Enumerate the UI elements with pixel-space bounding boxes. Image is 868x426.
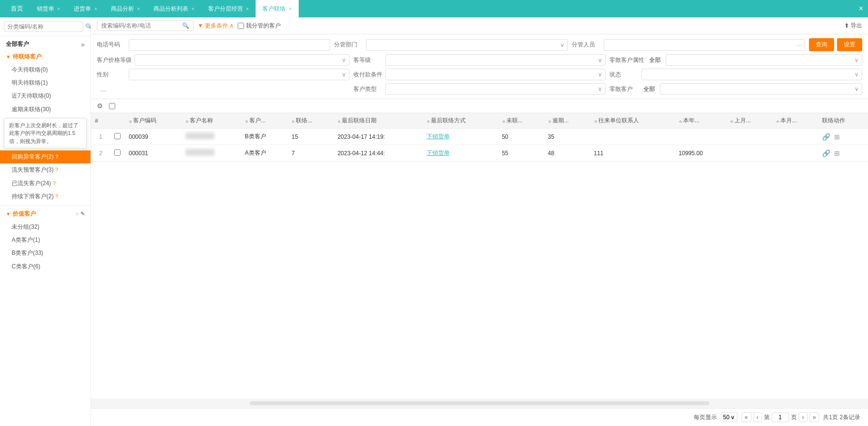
close-purchase-icon[interactable]: × [94, 6, 97, 12]
chevron-down-icon-6: ∨ [342, 71, 346, 78]
row-2-method-link[interactable]: 下销货单 [426, 149, 450, 156]
sort-type[interactable]: ⬦ 客户... [245, 117, 266, 125]
close-product-analysis-icon[interactable]: × [137, 6, 140, 12]
nav-sales[interactable]: 销货单 × [30, 0, 67, 17]
content-area: 🔍 ▼ 更多条件 ∧ 我分管的客户 ⬆ 导出 电话号码 [91, 17, 868, 426]
row-2-more-icon[interactable]: ⊞ [834, 149, 840, 157]
row-2-checkbox-cell [110, 145, 125, 162]
close-product-list-icon[interactable]: × [191, 6, 194, 12]
prev-page-button[interactable]: ‹ [753, 412, 762, 422]
nav-customer-contact[interactable]: 客户联络 × [256, 0, 298, 17]
settings-button[interactable]: 设置 [837, 38, 862, 51]
sort-code[interactable]: ⬦ 客户编码 [129, 117, 156, 125]
sort-name[interactable]: ⬦ 客户名称 [185, 117, 213, 125]
sidebar-group-value[interactable]: ▼ 价值客户 ○ ✎ [0, 207, 91, 220]
scrollbar-thumb[interactable] [250, 401, 709, 405]
edit-icon[interactable]: ○ ✎ [76, 211, 85, 217]
row-2-link-icon[interactable]: 🔗 [822, 149, 830, 157]
sort-not-contacted[interactable]: ⬦ 未联... [502, 117, 523, 125]
sidebar-item-overdue[interactable]: 逾期未联络(30) [0, 103, 91, 116]
row-2-contact-person: 111 [590, 145, 675, 162]
last-page-button[interactable]: » [809, 412, 820, 422]
nav-purchase[interactable]: 进货单 × [67, 0, 104, 17]
my-customer-checkbox[interactable] [238, 23, 244, 29]
row-1-link-icon[interactable]: 🔗 [822, 133, 830, 141]
sort-contact[interactable]: ⬦ 联络... [291, 117, 312, 125]
price-grade-label: 客户价格等级 [97, 56, 132, 64]
retail-attr-select[interactable]: ∨ [666, 54, 862, 66]
gender-label: 性别 [97, 71, 126, 79]
page-number-input[interactable] [772, 412, 789, 422]
col-last-date: ⬦ 最后联络日期 [334, 113, 423, 129]
sidebar-search-input[interactable] [4, 21, 83, 32]
filter-cell-status: 状态 ∨ [609, 69, 862, 80]
table-empty-space [91, 162, 868, 398]
nav-product-analysis-list[interactable]: 商品分析列表 × [147, 0, 201, 17]
next-page-button[interactable]: › [799, 412, 807, 422]
sidebar-item-b-class[interactable]: B类客户(33) [0, 247, 91, 260]
sidebar-item-ungrouped[interactable]: 未分组(32) [0, 220, 91, 234]
sort-last-date[interactable]: ⬦ 最后联络日期 [337, 117, 377, 125]
search-icon[interactable]: 🔍 [182, 22, 189, 29]
advanced-filter: 电话号码 分管部门 ∨ 分管人员 ··· [91, 34, 868, 99]
sort-last-method[interactable]: ⬦ 最后联络方式 [426, 117, 466, 125]
gender-select[interactable]: ∨ [129, 69, 350, 80]
sidebar-item-c-class[interactable]: C类客户(6) [0, 260, 91, 273]
nav-product-analysis[interactable]: 商品分析 × [104, 0, 147, 17]
window-close-button[interactable]: × [859, 4, 863, 13]
retail-customer-select[interactable]: ∨ [660, 83, 862, 95]
page-text-label: 第 [764, 413, 770, 422]
sidebar-item-a-class[interactable]: A类客户(1) [0, 234, 91, 247]
phone-input[interactable] [129, 39, 330, 51]
horizontal-scrollbar[interactable] [91, 398, 868, 408]
select-all-checkbox[interactable] [109, 103, 115, 109]
sort-last-month[interactable]: ⬦ 上月... [730, 117, 751, 125]
sidebar-item-declining[interactable]: 持续下滑客户(2) ? [0, 190, 91, 203]
more-dots-button[interactable]: ... [97, 85, 109, 93]
nav-home[interactable]: 首页 [4, 0, 30, 17]
query-button[interactable]: 查询 [809, 38, 834, 51]
per-page-select[interactable]: 50 ∨ [721, 412, 737, 422]
total-records-label: 共1页 2条记录 [823, 413, 860, 422]
sidebar-item-churned[interactable]: 已流失客户(24) ? [0, 177, 91, 190]
sidebar-item-churn-warning[interactable]: 流失预警客户(3) ? [0, 163, 91, 176]
price-grade-select[interactable]: ∨ [135, 54, 350, 66]
sidebar-item-today[interactable]: 今天待联络(0) [0, 63, 91, 76]
dept-select[interactable]: ∨ [366, 39, 567, 51]
search-input[interactable] [101, 22, 182, 29]
status-select[interactable]: ∨ [641, 69, 862, 80]
customer-grade-select[interactable]: ∨ [385, 54, 606, 66]
customer-grade-label: 客等级 [353, 56, 382, 64]
sidebar-group-pending[interactable]: ▼ 待联络客户 [0, 50, 91, 63]
row-1-checkbox[interactable] [114, 133, 121, 139]
customer-type-select[interactable]: ∨ [385, 83, 606, 95]
sort-this-year[interactable]: ⬦ 本年... [679, 117, 700, 125]
close-segments-icon[interactable]: × [246, 6, 249, 12]
nav-customer-segments[interactable]: 客户分层经营 × [201, 0, 256, 17]
close-sales-icon[interactable]: × [57, 6, 60, 12]
filter-row-1: 电话号码 分管部门 ∨ 分管人员 ··· [97, 38, 862, 51]
more-conditions-button[interactable]: ▼ 更多条件 ∧ [198, 22, 234, 30]
table-settings-icon[interactable]: ⚙ [97, 102, 103, 110]
first-page-button[interactable]: « [741, 412, 751, 422]
sidebar-all-customers[interactable]: 全部客户 » [0, 36, 91, 50]
manager-select[interactable]: ··· [604, 39, 805, 51]
row-1-method-link[interactable]: 下销货单 [426, 133, 450, 140]
filter-cell-gender: 性别 ∨ [97, 69, 350, 80]
row-1-more-icon[interactable]: ⊞ [834, 133, 840, 141]
filter-icon: ▼ [198, 22, 203, 29]
payment-select[interactable]: ∨ [385, 69, 606, 80]
sidebar-item-tomorrow[interactable]: 明天待联络(1) [0, 76, 91, 89]
filter-buttons: 查询 设置 [809, 38, 862, 51]
close-contact-icon[interactable]: × [289, 6, 291, 12]
sort-contact-person[interactable]: ⬦ 往来单位联系人 [594, 117, 639, 125]
export-button[interactable]: ⬆ 导出 [844, 22, 862, 30]
sidebar-search-icon[interactable]: 🔍 [85, 23, 91, 30]
sort-overdue[interactable]: ⬦ 逾期... [548, 117, 569, 125]
sidebar-item-abnormal-repurchase[interactable]: 回购异常客户(2) ? [0, 150, 91, 163]
sidebar-collapse-icon[interactable]: » [81, 41, 85, 48]
row-2-this-month [772, 145, 818, 162]
row-2-checkbox[interactable] [114, 149, 121, 156]
sidebar-item-7days[interactable]: 近7天待联络(0) [0, 89, 91, 103]
sort-this-month[interactable]: ⬦ 本月... [776, 117, 797, 125]
